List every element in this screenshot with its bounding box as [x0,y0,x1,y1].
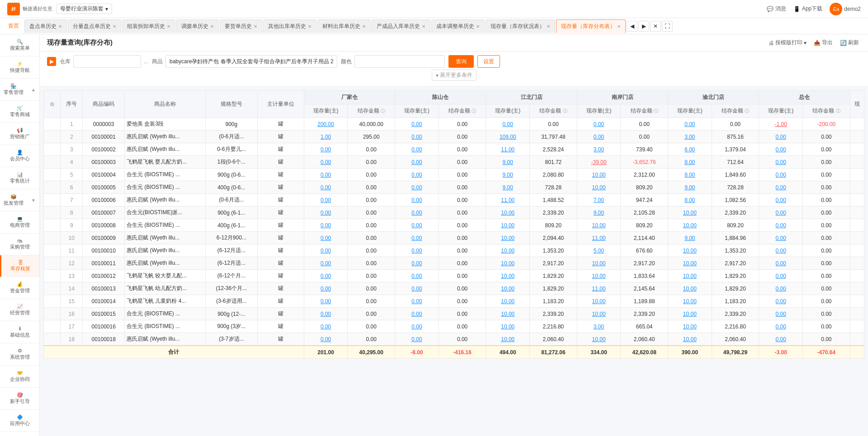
th-settings[interactable]: ⚙ [44,91,61,118]
tab-cailiao-close[interactable]: ✕ [362,24,366,29]
cell-nanan-stock-9[interactable]: 11.00 [577,232,621,244]
cell-yubeimen-stock-1[interactable]: 3.00 [668,131,712,143]
cell-nanan-stock-10[interactable]: 5.00 [577,244,621,257]
cell-yubeimen-stock-5[interactable]: 9.00 [668,181,712,194]
sidebar-item-member[interactable]: 👤 会员中心 [0,145,39,167]
tab-home[interactable]: 首页 [4,19,24,33]
cell-yubeimen-stock-16[interactable]: 10.00 [668,320,712,333]
tab-kucun-dist-close[interactable]: ✕ [617,24,621,29]
sidebar-item-appcenter[interactable]: 🔷 应用中心 [0,410,39,432]
cell-jiangbei-stock-8[interactable]: 10.00 [486,219,530,232]
cell-total-stock-5[interactable]: 0.00 [759,181,803,194]
cell-jiangbei-stock-1[interactable]: 109.00 [486,131,530,143]
cell-chen-stock-8[interactable]: 0.00 [395,219,439,232]
tab-nav-next[interactable]: ▶ [638,21,649,32]
sidebar-item-guide[interactable]: 🎯 新手引导 [0,388,39,410]
cell-nanan-stock-2[interactable]: 3.00 [577,143,621,156]
cell-factory-stock-9[interactable]: 0.00 [304,232,348,244]
refresh-btn[interactable]: 🔄 刷新 [838,38,861,47]
cell-chen-stock-0[interactable]: 0.00 [395,118,439,131]
cell-total-stock-1[interactable]: 0.00 [759,131,803,143]
cell-nanan-stock-12[interactable]: 10.00 [577,270,621,282]
print-btn[interactable]: 🖨 按模版打印 ▾ [767,38,808,47]
cell-factory-stock-11[interactable]: 0.00 [304,257,348,270]
cell-nanan-stock-0[interactable]: 0.00 [577,118,621,131]
settings-btn[interactable]: 设置 [477,55,500,68]
cell-nanan-stock-8[interactable]: 10.00 [577,219,621,232]
cell-factory-stock-0[interactable]: 200.00 [304,118,348,131]
cell-nanan-stock-3[interactable]: -39.00 [577,156,621,169]
cell-yubeimen-stock-2[interactable]: 6.00 [668,143,712,156]
cell-chen-stock-4[interactable]: 0.00 [395,169,439,181]
tab-expand[interactable]: ⛶ [662,21,673,32]
factory-amount-info-icon[interactable]: ⓘ [381,108,385,114]
cell-factory-stock-13[interactable]: 0.00 [304,282,348,295]
tab-yaohuo-close[interactable]: ✕ [254,24,257,29]
sidebar-item-retail-stats[interactable]: 📊 零售统计 [0,167,39,189]
cell-jiangbei-stock-9[interactable]: 10.00 [486,232,530,244]
cell-jiangbei-stock-5[interactable]: 9.00 [486,181,530,194]
tab-fenpandian[interactable]: 分量盘点单历史 ✕ [68,19,121,33]
export-btn[interactable]: 📤 导出 [812,38,835,47]
cell-chen-stock-7[interactable]: 0.00 [395,206,439,219]
cell-factory-stock-8[interactable]: 0.00 [304,219,348,232]
total-amount-info-icon[interactable]: ⓘ [836,108,840,114]
cell-factory-stock-16[interactable]: 0.00 [304,320,348,333]
cell-nanan-stock-7[interactable]: 9.00 [577,206,621,219]
tab-nav-prev[interactable]: ◀ [627,21,637,32]
sidebar-item-finance[interactable]: 💰 资金管理 [0,277,39,299]
cell-jiangbei-stock-7[interactable]: 10.00 [486,206,530,219]
cell-total-stock-15[interactable]: 0.00 [759,308,803,320]
cell-yubeimen-stock-12[interactable]: 10.00 [668,270,712,282]
sidebar-item-weixin[interactable]: 💬 企业微信 [0,432,39,436]
cell-yubeimen-stock-9[interactable]: 9.00 [668,232,712,244]
cell-factory-stock-4[interactable]: 0.00 [304,169,348,181]
cell-jiangbei-stock-0[interactable]: 0.00 [486,118,530,131]
cell-chen-stock-9[interactable]: 0.00 [395,232,439,244]
cell-total-stock-17[interactable]: 0.00 [759,333,803,346]
tab-qita[interactable]: 其他出库单历史 ✕ [263,19,316,33]
tab-chengpin[interactable]: 产成品入库单历史 ✕ [372,19,430,33]
sidebar-item-basic[interactable]: ℹ 基础信息 [0,321,39,343]
cell-total-stock-4[interactable]: 0.00 [759,169,803,181]
cell-jiangbei-stock-15[interactable]: 10.00 [486,308,530,320]
tab-cailiao[interactable]: 材料出库单历史 ✕ [317,19,371,33]
cell-chen-stock-3[interactable]: 0.00 [395,156,439,169]
sidebar-item-nav[interactable]: ⚡ 快捷导航 [0,56,39,79]
cell-factory-stock-14[interactable]: 0.00 [304,295,348,308]
cell-jiangbei-stock-12[interactable]: 10.00 [486,270,530,282]
sidebar-item-retail[interactable]: 🏪 零售管理 ▲ [0,79,39,101]
cell-nanan-stock-5[interactable]: 10.00 [577,181,621,194]
cell-jiangbei-stock-16[interactable]: 10.00 [486,320,530,333]
cell-total-stock-7[interactable]: 0.00 [759,206,803,219]
cell-yubeimen-stock-0[interactable]: 0.00 [668,118,712,131]
tab-kucun-status[interactable]: 现存量（库存状况表） ✕ [486,19,555,33]
cell-yubeimen-stock-17[interactable]: 10.00 [668,333,712,346]
cell-factory-stock-2[interactable]: 0.00 [304,143,348,156]
sidebar-item-collab[interactable]: 🤝 企业协同 [0,366,39,388]
query-btn[interactable]: 查询 [448,55,474,68]
tab-chengbentiao[interactable]: 成本调整单历史 ✕ [431,19,485,33]
cell-jiangbei-stock-6[interactable]: 11.00 [486,194,530,206]
cell-factory-stock-1[interactable]: 1.00 [304,131,348,143]
goods-input[interactable] [165,55,337,68]
cell-chen-stock-10[interactable]: 0.00 [395,244,439,257]
sidebar-item-management[interactable]: 📈 经营管理 [0,299,39,321]
sidebar-item-ecommerce[interactable]: 💻 电商管理 [0,211,39,234]
warehouse-dots[interactable]: ... [144,58,148,65]
cell-nanan-stock-4[interactable]: 10.00 [577,169,621,181]
cell-factory-stock-7[interactable]: 0.00 [304,206,348,219]
tab-chengbentiao-close[interactable]: ✕ [476,24,480,29]
nanan-amount-info-icon[interactable]: ⓘ [654,108,658,114]
cell-chen-stock-13[interactable]: 0.00 [395,282,439,295]
cell-factory-stock-10[interactable]: 0.00 [304,244,348,257]
cell-jiangbei-stock-3[interactable]: 9.00 [486,156,530,169]
cell-chen-stock-1[interactable]: 0.00 [395,131,439,143]
cell-yubeimen-stock-7[interactable]: 10.00 [668,206,712,219]
cell-yubeimen-stock-13[interactable]: 10.00 [668,282,712,295]
cell-chen-stock-11[interactable]: 0.00 [395,257,439,270]
cell-total-stock-16[interactable]: 0.00 [759,320,803,333]
cell-yubeimen-stock-15[interactable]: 10.00 [668,308,712,320]
cell-chen-stock-12[interactable]: 0.00 [395,270,439,282]
cell-total-stock-10[interactable]: 0.00 [759,244,803,257]
